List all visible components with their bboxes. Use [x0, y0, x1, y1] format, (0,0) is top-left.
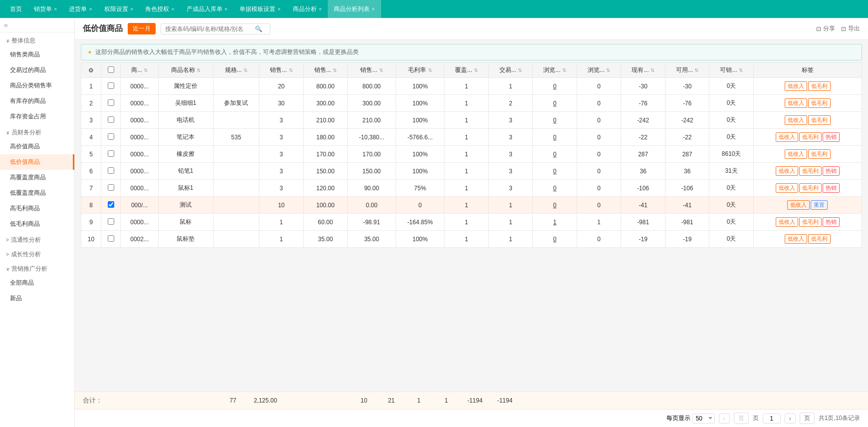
sidebar-collapse-btn[interactable]: « [4, 21, 8, 29]
row-checkbox[interactable] [108, 167, 114, 174]
nav-purchase[interactable]: 进货单 × [63, 0, 98, 18]
select-all-checkbox[interactable] [108, 66, 114, 73]
sidebar-item-high-coverage[interactable]: 高覆盖度商品 [0, 170, 74, 185]
page-first-btn[interactable]: ‹ [719, 414, 730, 424]
sidebar-group-overall[interactable]: ∨ 整体信息 [0, 32, 74, 47]
sidebar-group-circulation[interactable]: > 流通性分析 [0, 232, 74, 246]
cell-checkbox[interactable] [101, 197, 120, 214]
view1-link[interactable]: 0 [553, 202, 557, 209]
sidebar-item-all-goods[interactable]: 全部商品 [0, 275, 74, 291]
sort-trade-icon[interactable]: ⇅ [518, 67, 522, 73]
page-input[interactable] [763, 414, 781, 424]
cell-checkbox[interactable] [101, 95, 120, 112]
view1-link[interactable]: 0 [553, 185, 557, 192]
sidebar-item-category-rate[interactable]: 商品分类销售率 [0, 78, 74, 93]
filter-button[interactable]: 近一月 [128, 23, 156, 34]
sort-cover-icon[interactable]: ⇅ [474, 67, 478, 73]
cell-checkbox[interactable] [101, 214, 120, 231]
sort-spec-icon[interactable]: ⇅ [243, 67, 247, 73]
cell-checkbox[interactable] [101, 78, 120, 95]
nav-close-list[interactable]: × [372, 6, 375, 12]
cell-view1[interactable]: 0 [533, 112, 577, 129]
th-settings[interactable]: ⚙ [81, 63, 101, 78]
sort-price2-icon[interactable]: ⇅ [379, 67, 383, 73]
cell-checkbox[interactable] [101, 146, 120, 163]
sort-name-icon[interactable]: ⇅ [197, 67, 201, 73]
cell-view1[interactable]: 0 [533, 78, 577, 95]
sidebar-item-low-coverage[interactable]: 低覆盖度商品 [0, 185, 74, 201]
sort-qty1-icon[interactable]: ⇅ [289, 67, 293, 73]
nav-close-purchase[interactable]: × [89, 6, 92, 12]
view1-link[interactable]: 0 [553, 151, 557, 158]
row-checkbox[interactable] [108, 235, 114, 242]
row-checkbox[interactable] [108, 184, 114, 191]
sort-view1-icon[interactable]: ⇅ [562, 67, 566, 73]
cell-view1[interactable]: 0 [533, 231, 577, 248]
view1-link[interactable]: 0 [553, 236, 557, 243]
cell-checkbox[interactable] [101, 163, 120, 180]
cell-checkbox[interactable] [101, 112, 120, 129]
nav-home[interactable]: 首页 [4, 0, 28, 18]
nav-product-analysis-list[interactable]: 商品分析列表 × [328, 0, 381, 18]
nav-product-in[interactable]: 产成品入库单 × [181, 0, 233, 18]
sidebar-group-marketing[interactable]: ∨ 营销推广分析 [0, 261, 74, 275]
sidebar-item-capital[interactable]: 库存资金占用 [0, 109, 74, 124]
view1-link[interactable]: 0 [553, 100, 557, 107]
sort-margin-icon[interactable]: ⇅ [428, 67, 432, 73]
cell-view1[interactable]: 0 [533, 129, 577, 146]
sort-code-icon[interactable]: ⇅ [144, 67, 148, 73]
cell-checkbox[interactable] [101, 180, 120, 197]
cell-view1[interactable]: 0 [533, 163, 577, 180]
share-button[interactable]: ⊡ 分享 [816, 24, 835, 33]
sort-available-icon[interactable]: ⇅ [694, 67, 698, 73]
sidebar-item-sales-goods[interactable]: 销售类商品 [0, 47, 74, 62]
nav-role[interactable]: 角色授权 × [139, 0, 180, 18]
row-checkbox[interactable] [108, 150, 114, 157]
sort-current-icon[interactable]: ⇅ [651, 67, 654, 73]
sort-sellable-icon[interactable]: ⇅ [739, 67, 743, 73]
nav-template[interactable]: 单据模板设置 × [233, 0, 286, 18]
nav-product-analysis[interactable]: 商品分析 × [287, 0, 328, 18]
page-last-btn[interactable]: 页 [800, 413, 815, 424]
sidebar-item-traded-goods[interactable]: 交易过的商品 [0, 62, 74, 78]
row-checkbox[interactable] [108, 82, 114, 89]
per-page-select[interactable]: 50 100 200 [692, 414, 715, 424]
cell-view1[interactable]: 0 [533, 180, 577, 197]
sidebar-item-high-margin[interactable]: 高毛利商品 [0, 201, 74, 216]
row-checkbox[interactable] [108, 116, 114, 123]
nav-permission[interactable]: 权限设置 × [98, 0, 139, 18]
cell-checkbox[interactable] [101, 129, 120, 146]
row-checkbox[interactable] [108, 133, 114, 140]
nav-close-product-in[interactable]: × [224, 6, 227, 12]
sidebar-group-growth[interactable]: > 成长性分析 [0, 246, 74, 261]
view1-link[interactable]: 0 [553, 168, 557, 175]
cell-view1[interactable]: 0 [533, 197, 577, 214]
sidebar-item-low-value[interactable]: 低价值商品 [0, 154, 74, 170]
th-checkbox[interactable] [101, 63, 120, 78]
cell-view1[interactable]: 1 [533, 214, 577, 231]
page-home-btn[interactable]: 首 [734, 413, 749, 424]
page-next-btn[interactable]: › [785, 414, 796, 424]
search-icon[interactable]: 🔍 [255, 25, 262, 32]
nav-close-template[interactable]: × [277, 6, 280, 12]
sidebar-item-high-value[interactable]: 高价值商品 [0, 139, 74, 154]
view1-link[interactable]: 0 [553, 83, 557, 90]
nav-sales-order[interactable]: 销货单 × [28, 0, 63, 18]
settings-icon[interactable]: ⚙ [88, 67, 94, 74]
cell-view1[interactable]: 0 [533, 146, 577, 163]
sort-price1-icon[interactable]: ⇅ [333, 67, 337, 73]
sidebar-item-new-goods[interactable]: 新品 [0, 291, 74, 306]
export-button[interactable]: ⊡ 导出 [841, 24, 860, 33]
nav-close-sales[interactable]: × [54, 6, 57, 12]
sidebar-item-stocked-goods[interactable]: 有库存的商品 [0, 93, 74, 109]
sort-view2-icon[interactable]: ⇅ [606, 67, 610, 73]
view1-link[interactable]: 0 [553, 117, 557, 124]
view1-link[interactable]: 0 [553, 134, 557, 141]
search-input[interactable] [165, 25, 255, 32]
table-container[interactable]: ⚙ 商... ⇅ 商品名称 ⇅ 规格... ⇅ 销售... ⇅ 销售... ⇅ … [75, 62, 868, 392]
row-checkbox[interactable] [108, 218, 114, 225]
cell-view1[interactable]: 0 [533, 95, 577, 112]
row-checkbox[interactable] [108, 99, 114, 106]
sidebar-item-low-margin[interactable]: 低毛利商品 [0, 216, 74, 232]
view1-link[interactable]: 1 [553, 219, 557, 226]
